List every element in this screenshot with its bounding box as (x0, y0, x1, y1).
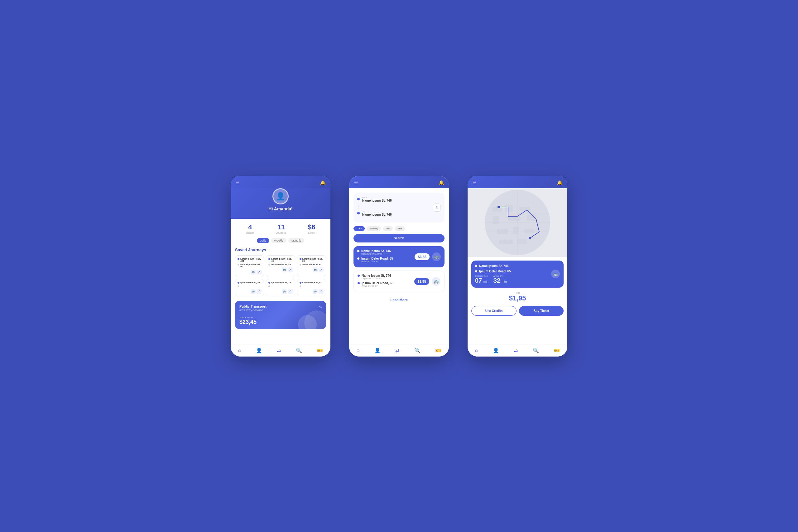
journey-nav-icon[interactable]: ↗ (256, 270, 262, 274)
bell-icon[interactable]: 🔔 (320, 180, 325, 185)
search-button[interactable]: Search (354, 234, 444, 243)
route-stops-1: Name Ipsum St, 746 Departure on: 12 min … (357, 249, 412, 264)
svg-rect-13 (497, 229, 508, 234)
nav-ticket-icon[interactable]: 🎫 (317, 347, 323, 354)
tab-monthly[interactable]: Monthly (288, 238, 305, 243)
screen1-content: 👤 Hi Amanda! 4 Tickets 11 Jouneys $6 Spe… (231, 188, 330, 357)
stats-row: 4 Tickets 11 Jouneys $6 Spent (235, 223, 326, 234)
to-label: To (362, 210, 392, 212)
stop-to-1: Ipsum Deler Road, 65 Arrive on: 28 min (357, 257, 412, 262)
journey-nav-icon2[interactable]: ↗ (288, 267, 293, 272)
tab-daily[interactable]: Daily (257, 238, 269, 243)
screen3-phone: ☰ 🔔 (468, 176, 567, 357)
detail-to-name: Ipsum Deler Road, 65 (479, 270, 511, 273)
tickets-stat: 4 Tickets (246, 223, 254, 234)
list-item[interactable]: Ipsum Name St, 55 🚌 ↗ (235, 279, 264, 297)
transport-filters: Train Subway Bus Bike (354, 226, 444, 231)
journeys-stat: 11 Jouneys (276, 223, 286, 234)
filter-bike[interactable]: Bike (395, 226, 405, 231)
detail-times: Departure on: 07 min Arrive on: 32 min (475, 275, 549, 284)
stop-meta-to-1: Arrive on: 28 min (361, 260, 393, 262)
filter-subway[interactable]: Subway (366, 226, 381, 231)
detail-stops: Name Ipsum St, 746 Ipsum Deler Road, 65 … (475, 264, 549, 284)
to-field[interactable]: To Name Ipsum St, 746 (357, 210, 441, 216)
nav-search-icon-3[interactable]: 🔍 (533, 347, 539, 354)
nav-transfer-icon-3[interactable]: ⇄ (514, 347, 518, 354)
price-section: Price $1,95 (471, 291, 564, 302)
detail-route-card: Name Ipsum St, 746 Ipsum Deler Road, 65 … (471, 261, 564, 288)
journey-nav-icon5[interactable]: ↗ (288, 289, 293, 294)
buy-ticket-button[interactable]: Buy Ticket (519, 306, 564, 316)
journeys-label: Jouneys (276, 231, 286, 234)
nav-home-icon-3[interactable]: ⌂ (475, 347, 478, 353)
bottom-nav-1: ⌂ 👤 ⇄ 🔍 🎫 (231, 344, 330, 357)
greeting-text: Hi Amanda! (268, 206, 292, 211)
list-item[interactable]: Lorem Ipsum Road, 65 Ipsum Name St, 97 🚌… (297, 255, 326, 277)
price-badge-1: $3,55 (415, 253, 430, 260)
load-more-button[interactable]: Load More (354, 296, 444, 304)
stop-meta-to-2: Arrive on: 32 min (362, 285, 393, 287)
to-dot (357, 212, 360, 214)
stop-name-from-2: Name Ipsum St, 746 (362, 274, 391, 278)
list-item[interactable]: Ipsum Name St, 24 🚌 ↗ (266, 279, 295, 297)
svg-rect-15 (524, 229, 534, 233)
spent-number: $6 (308, 223, 315, 231)
nav-user-icon-2[interactable]: 👤 (374, 347, 381, 354)
svg-rect-9 (519, 207, 530, 211)
menu-icon-3[interactable]: ☰ (473, 180, 477, 185)
journey-nav-icon3[interactable]: ↗ (319, 267, 324, 272)
list-item[interactable]: Lorem Ipsum Road, 46 Lorem Name St, 55 🚌… (266, 255, 295, 277)
price-badge-2: $1,95 (414, 278, 429, 285)
svg-rect-16 (499, 240, 513, 244)
bus-icon-1: 🚌 (432, 252, 441, 261)
detail-dot-to (475, 270, 477, 272)
stop-to-2: Ipsum Deler Road, 65 Arrive on: 32 min (358, 281, 412, 287)
arrive-value: 32 (493, 277, 500, 284)
journey-nav-icon4[interactable]: ↗ (256, 289, 262, 294)
journey-bus-icon3[interactable]: 🚌 (313, 267, 318, 272)
list-item[interactable]: Lorem Ipsum Road, 456 Lorem Ipsum Road, … (235, 255, 264, 277)
list-item[interactable]: Ipsum Name St, 97 🚌 ↗ (297, 279, 326, 297)
nav-search-icon-2[interactable]: 🔍 (414, 347, 420, 354)
departure-label: Departure on: (475, 275, 489, 277)
bus-icon-2: 🚌 (432, 277, 440, 286)
nav-ticket-icon-3[interactable]: 🎫 (554, 347, 560, 354)
journey-bus-icon5[interactable]: 🚌 (282, 289, 287, 294)
use-credits-button[interactable]: Use Credits (471, 306, 516, 316)
bell-icon-3[interactable]: 🔔 (557, 180, 562, 185)
card-circle2 (304, 310, 326, 329)
nav-home-icon[interactable]: ⌂ (238, 347, 241, 353)
nav-ticket-icon-2[interactable]: 🎫 (435, 347, 441, 354)
menu-icon[interactable]: ☰ (236, 180, 240, 185)
journey-bus-icon[interactable]: 🚌 (251, 270, 255, 274)
tab-weekly[interactable]: Weekly (271, 238, 286, 243)
filter-train[interactable]: Train (354, 226, 365, 231)
nav-home-icon-2[interactable]: ⌂ (357, 347, 360, 353)
journey-bus-icon6[interactable]: 🚌 (313, 289, 318, 294)
menu-icon-2[interactable]: ☰ (354, 180, 358, 185)
detail-stop-to: Ipsum Deler Road, 65 (475, 270, 549, 273)
tickets-label: Tickets (246, 231, 254, 234)
journey-bus-icon2[interactable]: 🚌 (282, 267, 287, 272)
detail-dot-from (475, 265, 477, 267)
filter-bus[interactable]: Bus (383, 226, 393, 231)
swap-button[interactable]: ⇅ (433, 204, 441, 212)
screen2-phone: ☰ 🔔 From Name Ipsum St, 746 To (349, 176, 449, 357)
transport-card: ∞ Public Transport 8875 35754 3894756 Yo… (235, 301, 326, 329)
from-value: Name Ipsum St, 746 (362, 199, 392, 202)
nav-user-icon[interactable]: 👤 (256, 347, 262, 354)
from-dot (357, 198, 360, 201)
from-field[interactable]: From Name Ipsum St, 746 (357, 196, 441, 202)
route-result-1[interactable]: Name Ipsum St, 746 Departure on: 12 min … (354, 246, 444, 267)
bottom-nav-3: ⌂ 👤 ⇄ 🔍 🎫 (468, 344, 567, 357)
nav-user-icon-3[interactable]: 👤 (493, 347, 499, 354)
nav-search-icon[interactable]: 🔍 (296, 347, 302, 354)
journey-bus-icon4[interactable]: 🚌 (251, 289, 255, 294)
journey-nav-icon6[interactable]: ↗ (319, 289, 324, 294)
bell-icon-2[interactable]: 🔔 (439, 180, 444, 185)
map-section (468, 188, 567, 257)
nav-transfer-icon[interactable]: ⇄ (277, 347, 281, 354)
screen1-phone: ☰ 🔔 👤 Hi Amanda! 4 Tickets 11 Jouneys (231, 176, 330, 357)
route-result-2[interactable]: Name Ipsum St, 746 Departure on: 07 min … (354, 270, 444, 292)
nav-transfer-icon-2[interactable]: ⇄ (395, 347, 399, 354)
